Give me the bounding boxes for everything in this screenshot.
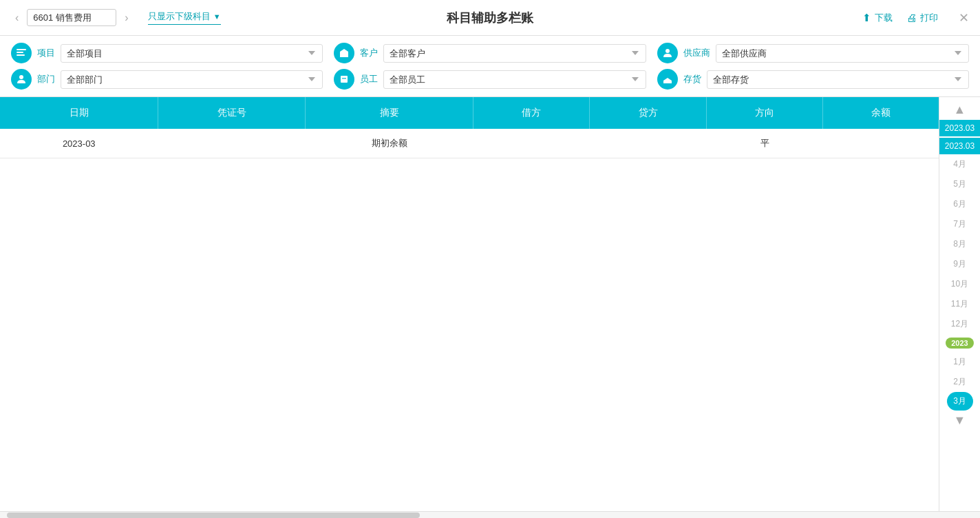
inventory-select[interactable]: 全部存货 <box>707 70 969 89</box>
timeline-section-2[interactable]: 2023.03 <box>939 138 980 154</box>
employee-label: 员工 <box>360 73 378 85</box>
supplier-icon <box>657 43 678 63</box>
employee-icon <box>334 69 354 90</box>
filter-project: 项目 全部项目 <box>11 43 323 63</box>
col-voucher: 凭证号 <box>158 97 306 129</box>
timeline-month-11[interactable]: 11月 <box>939 294 980 314</box>
customer-select[interactable]: 全部客户 <box>383 44 646 63</box>
next-account-button[interactable]: › <box>120 10 132 25</box>
horizontal-scrollbar[interactable] <box>0 511 980 518</box>
year-badge-label: 2023 <box>946 338 973 349</box>
title-bar: ‹ › 只显示下级科目 ▼ 科目辅助多栏账 ⬆ 下载 🖨 打印 ✕ <box>0 0 980 36</box>
timeline-month-6[interactable]: 6月 <box>939 194 980 214</box>
toolbar-right: ⬆ 下载 🖨 打印 ✕ <box>862 10 969 25</box>
timeline-month-4[interactable]: 4月 <box>939 154 980 174</box>
timeline-month-10[interactable]: 10月 <box>939 274 980 294</box>
svg-point-4 <box>19 75 23 79</box>
supplier-label: 供应商 <box>683 47 710 59</box>
filter-supplier: 供应商 全部供应商 <box>657 43 969 63</box>
show-sub-toggle[interactable]: 只显示下级科目 ▼ <box>148 10 221 25</box>
employee-select[interactable]: 全部员工 <box>383 70 646 89</box>
timeline-month-8[interactable]: 8月 <box>939 234 980 254</box>
scroll-thumb[interactable] <box>7 512 420 518</box>
inventory-icon <box>657 69 678 90</box>
col-credit: 贷方 <box>590 97 707 129</box>
svg-rect-6 <box>342 78 346 79</box>
project-icon <box>11 43 32 63</box>
filter-employee: 员工 全部员工 <box>334 69 646 90</box>
timeline-section-1[interactable]: 2023.03 <box>939 120 980 136</box>
svg-rect-1 <box>17 52 23 53</box>
download-button[interactable]: ⬆ 下载 <box>862 12 893 24</box>
download-label: 下载 <box>875 12 893 24</box>
cell-voucher <box>158 129 306 158</box>
timeline-up-button[interactable]: ▲ <box>939 100 980 120</box>
customer-icon <box>334 43 354 63</box>
col-summary: 摘要 <box>306 97 473 129</box>
timeline-month-1[interactable]: 1月 <box>939 352 980 372</box>
ledger-table: 日期 凭证号 摘要 借方 贷方 方向 余额 2023-03 期初余额 平 <box>0 97 939 158</box>
cell-date: 2023-03 <box>0 129 158 158</box>
cell-debit <box>473 129 590 158</box>
nav-area: ‹ › 只显示下级科目 ▼ <box>11 9 221 26</box>
col-direction: 方向 <box>706 97 823 129</box>
filter-inventory: 存货 全部存货 <box>657 69 969 90</box>
content-area: 日期 凭证号 摘要 借方 贷方 方向 余额 2023-03 期初余额 平 <box>0 97 980 511</box>
department-icon <box>11 69 32 90</box>
prev-account-button[interactable]: ‹ <box>11 10 23 25</box>
svg-point-3 <box>665 49 670 53</box>
timeline-month-2[interactable]: 2月 <box>939 372 980 392</box>
main-window: ‹ › 只显示下级科目 ▼ 科目辅助多栏账 ⬆ 下载 🖨 打印 ✕ <box>0 0 980 518</box>
department-label: 部门 <box>37 73 55 85</box>
filter-area: 项目 全部项目 客户 全部客户 <box>0 36 980 97</box>
project-label: 项目 <box>37 47 55 59</box>
timeline-down-button[interactable]: ▼ <box>939 411 980 431</box>
table-row: 2023-03 期初余额 平 <box>0 129 939 158</box>
department-select[interactable]: 全部部门 <box>61 70 323 89</box>
col-debit: 借方 <box>473 97 590 129</box>
download-icon: ⬆ <box>862 12 871 24</box>
timeline-month-9[interactable]: 9月 <box>939 254 980 274</box>
timeline-month-3-active[interactable]: 3月 <box>947 392 973 411</box>
filter-row-1: 项目 全部项目 客户 全部客户 <box>11 43 969 63</box>
filter-row-2: 部门 全部部门 员工 全部员工 <box>11 69 969 90</box>
account-input[interactable] <box>27 9 116 26</box>
timeline-month-7[interactable]: 7月 <box>939 214 980 234</box>
svg-rect-0 <box>17 49 26 50</box>
timeline-panel: ▲ 2023.03 2023.03 4月 5月 6月 7月 8月 9月 10月 … <box>939 97 980 511</box>
col-date: 日期 <box>0 97 158 129</box>
close-button[interactable]: ✕ <box>959 10 969 25</box>
chevron-down-icon: ▼ <box>213 12 221 21</box>
svg-rect-2 <box>17 54 25 56</box>
filter-department: 部门 全部部门 <box>11 69 323 90</box>
supplier-select[interactable]: 全部供应商 <box>716 44 969 63</box>
page-title: 科目辅助多栏账 <box>447 10 533 26</box>
inventory-label: 存货 <box>683 73 701 85</box>
timeline-month-12[interactable]: 12月 <box>939 314 980 334</box>
timeline-month-5[interactable]: 5月 <box>939 174 980 194</box>
cell-credit <box>590 129 707 158</box>
timeline-year-2023: 2023 <box>939 334 980 352</box>
table-header-row: 日期 凭证号 摘要 借方 贷方 方向 余额 <box>0 97 939 129</box>
customer-label: 客户 <box>360 47 378 59</box>
table-area[interactable]: 日期 凭证号 摘要 借方 贷方 方向 余额 2023-03 期初余额 平 <box>0 97 939 511</box>
cell-direction: 平 <box>706 129 823 158</box>
cell-summary: 期初余额 <box>306 129 473 158</box>
cell-balance <box>823 129 939 158</box>
col-balance: 余额 <box>823 97 939 129</box>
print-button[interactable]: 🖨 打印 <box>906 12 938 24</box>
print-icon: 🖨 <box>906 12 917 23</box>
print-label: 打印 <box>920 12 938 24</box>
filter-customer: 客户 全部客户 <box>334 43 646 63</box>
svg-rect-5 <box>341 76 348 83</box>
show-sub-label: 只显示下级科目 <box>148 10 211 23</box>
project-select[interactable]: 全部项目 <box>61 44 323 63</box>
